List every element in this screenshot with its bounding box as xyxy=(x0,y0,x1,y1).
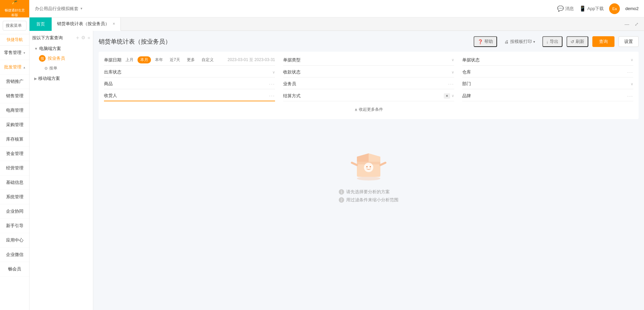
goods-dots-icon: ··· xyxy=(269,81,275,87)
sidebar-item-ecommerce-label: 电商管理 xyxy=(6,108,23,113)
quick-nav-link[interactable]: 快捷导航 xyxy=(7,37,23,42)
goods-input[interactable]: ··· xyxy=(123,81,275,87)
message-button[interactable]: 💬 消息 xyxy=(557,5,574,12)
topbar-title-area: 办公用品行业模拟账套 ▾ xyxy=(35,6,83,12)
settle-clear-icon: × xyxy=(446,94,448,98)
date-shortcut-custom[interactable]: 自定义 xyxy=(199,56,216,63)
sidebar-item-collab-label: 企业协同 xyxy=(6,209,23,214)
outstatus-input[interactable]: ∨ xyxy=(123,70,275,74)
mobile-scheme-item[interactable]: ▶ 移动端方案 xyxy=(32,74,90,83)
sidebar-item-system-label: 系统管理 xyxy=(6,194,23,199)
logo-text-line1: 畅捷通好生意 xyxy=(5,8,25,13)
date-shortcut-7days[interactable]: 近7天 xyxy=(167,56,183,63)
topbar-title-dropdown-icon[interactable]: ▾ xyxy=(80,6,83,11)
docstatus-input[interactable]: ∨ xyxy=(481,58,633,62)
sidebar-item-wechat[interactable]: 企业微信 xyxy=(0,248,29,262)
sidebar-item-guide[interactable]: 新手引导 xyxy=(0,219,29,233)
filter-settle-cell: 结算方式 × ∨ xyxy=(283,93,454,101)
svg-marker-3 xyxy=(369,153,380,162)
doctype-input[interactable]: ∨ xyxy=(302,58,454,62)
date-shortcut-last-month[interactable]: 上月 xyxy=(123,56,136,63)
sidebar-item-appstore[interactable]: 应用中心 xyxy=(0,233,29,248)
query-button[interactable]: 查询 xyxy=(592,36,614,47)
warehouse-dots-icon: ··· xyxy=(627,69,633,75)
tab-close-button[interactable]: × xyxy=(113,21,115,26)
sidebar-item-ecommerce[interactable]: 电商管理 xyxy=(0,103,29,118)
sidebar-item-member[interactable]: 畅会员 xyxy=(0,262,29,276)
receiver-input[interactable]: ··· xyxy=(123,93,275,98)
sidebar-item-ops[interactable]: 经营管理 xyxy=(0,161,29,175)
sub-scheme-icon: ⚙ xyxy=(44,66,48,71)
export-label: 导出 xyxy=(550,39,558,45)
settings-scheme-icon[interactable]: ⚙ xyxy=(81,35,86,41)
warehouse-label: 仓库 xyxy=(462,69,481,75)
date-shortcut-more[interactable]: 更多 xyxy=(184,56,198,63)
receiver-label: 收货人 xyxy=(104,93,123,99)
step-2-num: 2 xyxy=(339,197,344,203)
filter-dept-cell: 部门 ∨ xyxy=(462,81,633,89)
sidebar-item-retail[interactable]: 零售管理 ▾ xyxy=(0,46,29,60)
tab-minimize-icon[interactable]: — xyxy=(623,21,631,27)
recvstatus-input[interactable]: ∨ xyxy=(302,70,454,74)
svg-point-5 xyxy=(364,163,373,172)
sidebar-item-finance-label: 资金管理 xyxy=(6,151,23,156)
tab-expand-area: — ⤢ xyxy=(619,21,644,27)
brand-input[interactable]: ··· xyxy=(481,93,633,99)
tab-home[interactable]: 首页 xyxy=(30,17,52,31)
settle-clear-tag[interactable]: × xyxy=(444,93,450,99)
collapse-button[interactable]: ∧ 收起更多条件 xyxy=(104,105,633,114)
search-menu-button[interactable]: 搜索菜单 xyxy=(3,21,26,31)
sidebar-item-basic[interactable]: 基础信息 xyxy=(0,175,29,190)
print-button[interactable]: 🖨 按模板打印 ▾ xyxy=(501,37,538,46)
filter-staff-cell: 业务员 ··· xyxy=(283,81,454,89)
left-panel: 按以下方案查询 + ⚙ « ▼ 电脑端方案 按 按业务员 ⚙ 按 xyxy=(30,31,93,310)
help-button[interactable]: ❓ 帮助 xyxy=(474,36,497,47)
user-name[interactable]: demo2 xyxy=(625,6,639,11)
filter-recvstatus-cell: 收款状态 ∨ xyxy=(283,69,454,78)
filter-outstatus-cell: 出库状态 ∨ xyxy=(104,69,275,78)
docstatus-arrow-icon: ∨ xyxy=(631,58,633,62)
receiver-text-input[interactable] xyxy=(123,93,269,98)
active-scheme-label: 按业务员 xyxy=(48,55,65,61)
doctype-label: 单据类型 xyxy=(283,57,302,63)
sidebar-item-guide-label: 新手引导 xyxy=(6,223,23,228)
filter-row-1: 单据日期 上月 本月 本年 近7天 更多 自定义 2023-03-01 至 20… xyxy=(104,56,633,66)
sidebar-item-wholesale[interactable]: 批发管理 ▴ xyxy=(0,60,29,74)
warehouse-input[interactable]: ··· xyxy=(481,69,633,75)
export-button[interactable]: ↓ 导出 xyxy=(542,36,563,47)
sidebar-item-finance[interactable]: 资金管理 xyxy=(0,147,29,161)
app-download-button[interactable]: 📱 App下载 xyxy=(579,5,604,12)
date-shortcut-this-year[interactable]: 本年 xyxy=(152,56,166,63)
date-shortcut-this-month[interactable]: 本月 xyxy=(138,56,151,63)
dept-input[interactable]: ∨ xyxy=(481,82,633,86)
sidebar-item-marketing[interactable]: 营销推广 xyxy=(0,74,29,89)
refresh-icon: ↺ xyxy=(571,39,574,44)
mobile-scheme-arrow: ▶ xyxy=(34,76,37,81)
refresh-button[interactable]: ↺ 刷新 xyxy=(567,36,588,47)
staff-label: 业务员 xyxy=(283,81,302,87)
scheme-item-by-staff[interactable]: 按 按业务员 xyxy=(32,53,90,64)
filter-receiver-cell: 收货人 ··· xyxy=(104,93,275,101)
sidebar-item-sales[interactable]: 销售管理 xyxy=(0,89,29,103)
user-avatar[interactable]: Ea xyxy=(609,3,620,14)
brand-label: 品牌 xyxy=(462,93,481,99)
scheme-sub-item-by-order[interactable]: ⚙ 按单 xyxy=(32,64,90,73)
tab-expand-icon[interactable]: ⤢ xyxy=(633,21,640,27)
sidebar-item-collab[interactable]: 企业协同 xyxy=(0,204,29,219)
mobile-scheme-label: 移动端方案 xyxy=(38,75,60,82)
step-2-text: 用过滤条件来缩小分析范围 xyxy=(346,197,398,203)
staff-input[interactable]: ··· xyxy=(302,81,454,87)
settings-button[interactable]: 设置 xyxy=(619,36,639,47)
sidebar-menu: 零售管理 ▾ 批发管理 ▴ 营销推广 销售管理 电商管理 采购管理 库存核算 资… xyxy=(0,46,29,310)
sidebar-item-purchase[interactable]: 采购管理 xyxy=(0,118,29,132)
sidebar-item-inventory[interactable]: 库存核算 xyxy=(0,132,29,147)
add-scheme-icon[interactable]: + xyxy=(76,35,79,41)
desktop-scheme-group: ▼ 电脑端方案 按 按业务员 ⚙ 按单 xyxy=(32,44,90,73)
desktop-scheme-title[interactable]: ▼ 电脑端方案 xyxy=(32,44,90,53)
settle-input[interactable]: × ∨ xyxy=(302,93,454,99)
desktop-scheme-label: 电脑端方案 xyxy=(39,46,61,52)
desktop-scheme-arrow: ▼ xyxy=(34,47,38,51)
collapse-scheme-icon[interactable]: « xyxy=(88,35,90,41)
sidebar-item-system[interactable]: 系统管理 xyxy=(0,190,29,204)
tab-active[interactable]: 销货单统计表（按业务员） × xyxy=(52,17,121,31)
